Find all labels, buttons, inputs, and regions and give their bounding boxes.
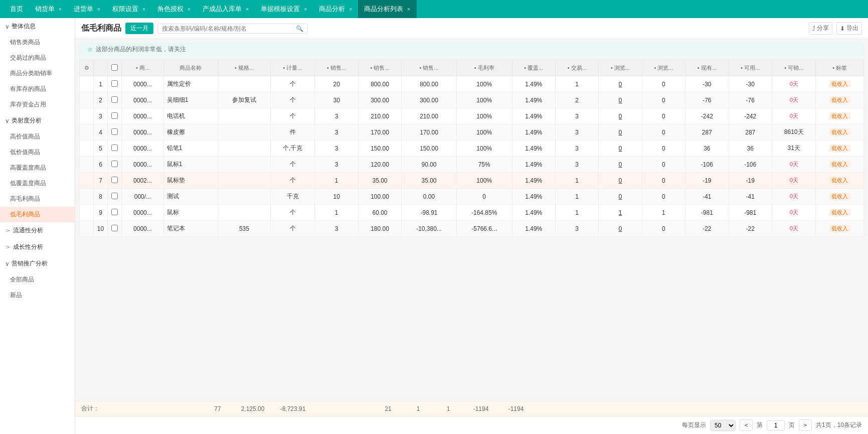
cell-check[interactable]: [108, 173, 122, 189]
cell-sales-amount: 0.00: [402, 189, 457, 205]
sidebar-item-low-margin[interactable]: 低毛利商品: [0, 207, 75, 222]
sidebar-group-growth[interactable]: ＞ 成长性分析: [0, 239, 75, 255]
cell-browse1[interactable]: 0: [599, 76, 642, 92]
sidebar-group-flow[interactable]: ＞ 流通性分析: [0, 222, 75, 239]
browse-link[interactable]: 0: [619, 193, 622, 200]
browse-link[interactable]: 0: [619, 113, 622, 120]
sidebar-item-low-coverage[interactable]: 低覆盖度商品: [0, 176, 75, 191]
row-checkbox[interactable]: [111, 177, 118, 183]
cell-browse1[interactable]: 0: [599, 157, 642, 173]
cell-check[interactable]: [108, 108, 122, 124]
row-checkbox[interactable]: [111, 193, 118, 199]
cell-check[interactable]: [108, 205, 122, 221]
sidebar-item-all-products[interactable]: 全部商品: [0, 272, 75, 287]
nav-close-icon[interactable]: ×: [349, 6, 352, 12]
nav-purchase-order[interactable]: 进货单 ×: [68, 0, 106, 18]
cell-code: 0000...: [122, 140, 164, 157]
row-checkbox[interactable]: [111, 144, 118, 151]
row-checkbox[interactable]: [111, 128, 118, 135]
cell-check[interactable]: [108, 157, 122, 173]
sidebar-item-in-stock[interactable]: 有库存的商品: [0, 81, 75, 97]
nav-close-icon[interactable]: ×: [97, 6, 100, 12]
next-page-button[interactable]: ＞: [799, 419, 812, 431]
chevron-down-icon: ∨: [5, 260, 10, 267]
date-filter-button[interactable]: 近一月: [125, 23, 153, 34]
cell-check[interactable]: [108, 124, 122, 140]
sidebar-item-inventory-capital[interactable]: 库存资金占用: [0, 97, 75, 112]
nav-home[interactable]: 首页: [4, 0, 29, 18]
cell-code: 0000...: [122, 205, 164, 221]
cell-browse1[interactable]: 0: [599, 108, 642, 124]
nav-close-icon[interactable]: ×: [304, 6, 307, 12]
sidebar-item-new-products[interactable]: 新品: [0, 287, 75, 303]
browse-link[interactable]: 0: [619, 177, 622, 184]
sidebar-group-general[interactable]: ∨ 整体信息: [0, 18, 75, 35]
page-input[interactable]: [767, 420, 785, 430]
row-checkbox[interactable]: [111, 209, 118, 215]
prev-page-button[interactable]: ＜: [740, 419, 753, 431]
browse-link[interactable]: 1: [619, 209, 622, 216]
search-box[interactable]: 🔍: [157, 24, 308, 34]
export-button[interactable]: ⬇ 导出: [836, 22, 862, 35]
row-checkbox[interactable]: [111, 225, 118, 231]
notice-icon: ☆: [87, 46, 93, 53]
browse-link[interactable]: 0: [619, 161, 622, 168]
browse-link[interactable]: 0: [619, 97, 622, 104]
col-setting[interactable]: ⚙: [80, 60, 94, 76]
nav-product-entry[interactable]: 产成品入库单 ×: [197, 0, 255, 18]
select-all-checkbox[interactable]: [111, 64, 118, 71]
cell-code: 000/...: [122, 189, 164, 205]
nav-product-analysis[interactable]: 商品分析 ×: [313, 0, 358, 18]
nav-product-analysis-list[interactable]: 商品分析列表 ×: [358, 0, 416, 18]
cell-check[interactable]: [108, 76, 122, 92]
sidebar-item-sales-products[interactable]: 销售类商品: [0, 35, 75, 50]
cell-check[interactable]: [108, 189, 122, 205]
tag-badge: 低收入: [829, 161, 850, 168]
browse-link[interactable]: 0: [619, 81, 622, 88]
sidebar-item-high-margin[interactable]: 高毛利商品: [0, 191, 75, 207]
per-page-select[interactable]: 50 20 100: [710, 420, 736, 431]
search-input[interactable]: [162, 25, 296, 32]
search-icon[interactable]: 🔍: [296, 25, 303, 32]
nav-template-settings[interactable]: 单据模板设置 ×: [255, 0, 313, 18]
row-checkbox[interactable]: [111, 96, 118, 103]
share-button[interactable]: ⤴ 分享: [809, 22, 832, 35]
nav-close-icon[interactable]: ×: [407, 6, 410, 12]
cell-browse1[interactable]: 0: [599, 173, 642, 189]
cell-current: -19: [685, 173, 729, 189]
cell-check[interactable]: [108, 92, 122, 108]
nav-close-icon[interactable]: ×: [188, 6, 191, 12]
cell-gross-rate: 100%: [456, 173, 512, 189]
sidebar-item-category-rate[interactable]: 商品分类助销率: [0, 66, 75, 81]
cell-browse1[interactable]: 1: [599, 205, 642, 221]
nav-permission[interactable]: 权限设置 ×: [106, 0, 151, 18]
nav-role-auth[interactable]: 角色授权 ×: [151, 0, 197, 18]
browse-link[interactable]: 0: [619, 145, 622, 152]
cell-browse1[interactable]: 0: [599, 92, 642, 108]
sidebar-item-high-value[interactable]: 高价值商品: [0, 129, 75, 144]
sidebar-group-marketing[interactable]: ∨ 营销推广分析: [0, 255, 75, 272]
col-check[interactable]: [108, 60, 122, 76]
cell-browse1[interactable]: 0: [599, 140, 642, 157]
nav-close-icon[interactable]: ×: [246, 6, 249, 12]
nav-close-icon[interactable]: ×: [59, 6, 62, 12]
cell-check[interactable]: [108, 140, 122, 157]
cell-coverage: 1.49%: [512, 108, 555, 124]
row-checkbox[interactable]: [111, 80, 118, 87]
cell-browse1[interactable]: 0: [599, 124, 642, 140]
cell-browse1[interactable]: 0: [599, 221, 642, 237]
cell-transaction: 2: [555, 92, 598, 108]
row-checkbox[interactable]: [111, 161, 118, 167]
nav-sales-order[interactable]: 销货单 ×: [29, 0, 68, 18]
row-checkbox[interactable]: [111, 112, 118, 119]
nav-close-icon[interactable]: ×: [142, 6, 145, 12]
cell-browse1[interactable]: 0: [599, 189, 642, 205]
sidebar-item-high-coverage[interactable]: 高覆盖度商品: [0, 160, 75, 176]
sidebar-item-low-value[interactable]: 低价值商品: [0, 144, 75, 160]
top-navigation: 首页 销货单 × 进货单 × 权限设置 × 角色授权 × 产成品入库单 × 单据…: [0, 0, 868, 18]
browse-link[interactable]: 0: [619, 129, 622, 136]
sidebar-item-traded-products[interactable]: 交易过的商品: [0, 50, 75, 66]
browse-link[interactable]: 0: [619, 225, 622, 232]
cell-check[interactable]: [108, 221, 122, 237]
sidebar-group-dimension[interactable]: ∨ 类射度分析: [0, 112, 75, 129]
